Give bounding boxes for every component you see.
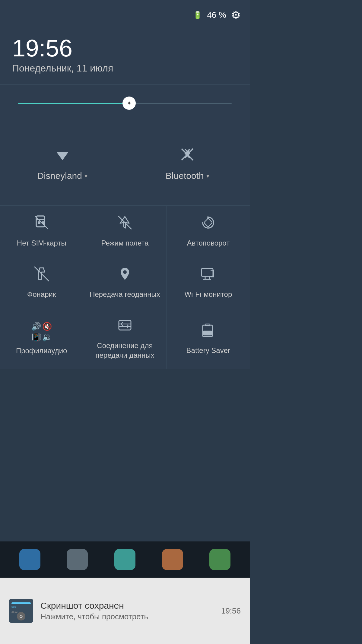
bluetooth-chevron: ▾ xyxy=(206,172,209,179)
app-icon-3[interactable] xyxy=(114,549,135,570)
audio-profile-icon: 🔊 🔇 📳 🔉 xyxy=(31,322,52,342)
quick-row-2: Фонарик Передача геоданных xyxy=(0,257,250,308)
wifi-name: Disneyland xyxy=(37,171,82,181)
data-transfer-tile[interactable]: Соединение для передачи данных xyxy=(83,308,167,369)
battery-percentage: 46 % xyxy=(207,10,226,20)
battery-saver-tile[interactable]: Battery Saver xyxy=(167,308,250,369)
wifi-monitor-label: Wi-Fi-монитор xyxy=(184,290,232,299)
notification-content: Скриншот сохранен Нажмите, чтобы просмот… xyxy=(40,601,214,621)
time-display: 19:56 xyxy=(12,36,238,60)
audio-profile-tile[interactable]: 🔊 🔇 📳 🔉 Профилиаудио xyxy=(0,308,83,369)
wifi-monitor-icon xyxy=(200,266,216,285)
battery-saver-label: Battery Saver xyxy=(186,346,230,355)
sim-icon xyxy=(34,215,49,234)
app-icon-2[interactable] xyxy=(67,549,88,570)
airplane-label: Режим полета xyxy=(101,238,148,248)
svg-marker-0 xyxy=(57,152,68,160)
quick-top-toggles: Disneyland ▾ Bluetooth ▾ xyxy=(0,121,250,206)
wifi-chevron: ▾ xyxy=(84,172,87,179)
notification-thumbnail: 610 2612 ⊙ xyxy=(9,599,33,623)
autorotate-icon xyxy=(200,215,216,234)
flashlight-tile[interactable]: Фонарик xyxy=(0,257,83,308)
date-display: Понедельник, 11 июля xyxy=(12,63,238,74)
svg-rect-17 xyxy=(119,320,131,330)
wifi-label-row: Disneyland ▾ xyxy=(37,171,87,181)
data-transfer-label: Соединение для передачи данных xyxy=(86,341,163,360)
bluetooth-toggle[interactable]: Bluetooth ▾ xyxy=(125,121,250,206)
notification-subtitle: Нажмите, чтобы просмотреть xyxy=(40,612,214,621)
svg-rect-13 xyxy=(202,268,213,276)
flashlight-icon xyxy=(34,266,49,285)
bluetooth-icon xyxy=(179,146,196,167)
status-bar: 🔋 46 % ⚙ xyxy=(0,0,250,30)
quick-row-1: Нет SIM-карты Режим полета Автоповорот xyxy=(0,206,250,257)
audio-profile-label: Профилиаудио xyxy=(16,346,67,355)
bluetooth-label-row: Bluetooth ▾ xyxy=(166,171,209,181)
app-icon-1[interactable] xyxy=(19,549,40,570)
mute-icon: 🔇 xyxy=(42,322,52,331)
app-icon-5[interactable] xyxy=(209,549,230,570)
app-tray xyxy=(0,541,250,578)
flashlight-label: Фонарик xyxy=(27,290,56,299)
battery-saver-icon xyxy=(200,322,216,341)
wifi-icon xyxy=(54,146,71,167)
vibrate-icon: 📳 xyxy=(31,332,41,342)
brightness-fill xyxy=(18,103,129,104)
location-icon xyxy=(117,266,133,285)
autorotate-label: Автоповорот xyxy=(187,238,230,248)
svg-rect-22 xyxy=(203,331,212,335)
wifi-monitor-tile[interactable]: Wi-Fi-монитор xyxy=(167,257,250,308)
app-icon-4[interactable] xyxy=(162,549,183,570)
battery-icon: 🔋 xyxy=(193,11,202,19)
speaker-icon: 🔊 xyxy=(31,322,41,331)
airplane-tile[interactable]: Режим полета xyxy=(83,206,167,257)
svg-rect-10 xyxy=(204,218,212,227)
time-area: 19:56 Понедельник, 11 июля xyxy=(0,30,250,84)
brightness-thumb[interactable] xyxy=(122,97,136,110)
svg-point-12 xyxy=(123,270,127,274)
svg-rect-5 xyxy=(38,221,40,224)
bluetooth-name: Bluetooth xyxy=(166,171,204,181)
notification-title: Скриншот сохранен xyxy=(40,601,214,611)
sim-label: Нет SIM-карты xyxy=(17,238,66,248)
sim-tile[interactable]: Нет SIM-карты xyxy=(0,206,83,257)
brightness-slider-area[interactable] xyxy=(0,85,250,121)
volume-icon: 🔉 xyxy=(42,332,52,342)
notification-card[interactable]: 610 2612 ⊙ Скриншот сохранен Нажмите, чт… xyxy=(0,578,250,644)
brightness-track[interactable] xyxy=(18,103,232,104)
data-transfer-icon xyxy=(117,317,133,337)
autorotate-tile[interactable]: Автоповорот xyxy=(167,206,250,257)
location-label: Передача геоданных xyxy=(90,290,160,299)
quick-row-3: 🔊 🔇 📳 🔉 Профилиаудио Соединение для пере… xyxy=(0,308,250,369)
settings-icon[interactable]: ⚙ xyxy=(231,9,241,21)
wifi-toggle[interactable]: Disneyland ▾ xyxy=(0,121,125,206)
location-tile[interactable]: Передача геоданных xyxy=(83,257,167,308)
notification-time: 19:56 xyxy=(221,606,241,616)
airplane-icon xyxy=(117,215,133,234)
quick-tiles-grid: Нет SIM-карты Режим полета Автоповорот xyxy=(0,206,250,369)
